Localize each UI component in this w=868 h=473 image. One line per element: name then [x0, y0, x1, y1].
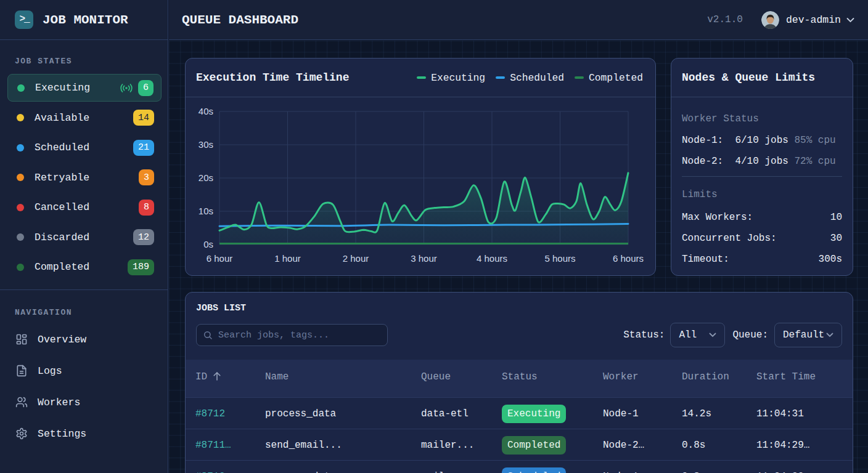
svg-text:10s: 10s: [199, 206, 213, 216]
svg-text:2 hour: 2 hour: [343, 253, 369, 264]
svg-text:40s: 40s: [199, 106, 213, 116]
svg-text:30s: 30s: [199, 139, 213, 150]
svg-text:4 hours: 4 hours: [477, 253, 507, 264]
svg-text:6 hour: 6 hour: [207, 253, 233, 264]
svg-text:20s: 20s: [199, 172, 213, 183]
svg-text:0s: 0s: [203, 239, 213, 249]
svg-text:6 hours: 6 hours: [613, 253, 644, 264]
svg-text:1 hour: 1 hour: [274, 253, 301, 264]
svg-text:5 hours: 5 hours: [544, 253, 575, 264]
svg-text:3 hour: 3 hour: [411, 253, 437, 264]
